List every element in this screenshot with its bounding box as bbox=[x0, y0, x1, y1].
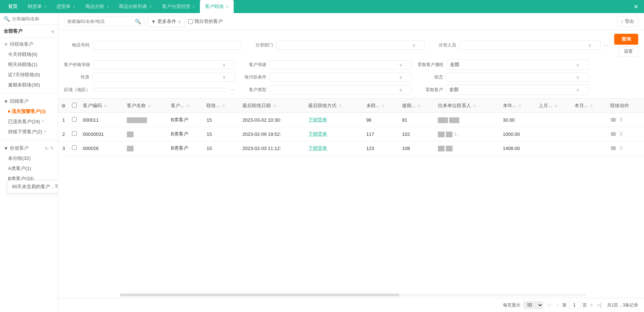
page-number-input[interactable] bbox=[568, 301, 581, 309]
tab-product-analysis-list[interactable]: 商品分析列表 × bbox=[114, 0, 157, 13]
sort-icon-last-month[interactable]: ⇅ bbox=[554, 104, 557, 108]
th-checkbox[interactable] bbox=[69, 99, 80, 113]
tab-home-label: 首页 bbox=[8, 3, 17, 10]
tab-product-analysis[interactable]: 商品分析 × bbox=[80, 0, 114, 13]
filter-select-person[interactable]: ∨ bbox=[459, 41, 600, 50]
sort-icon-code[interactable]: ⇅ bbox=[104, 104, 107, 108]
sort-icon-this-month[interactable]: ⇅ bbox=[590, 104, 593, 108]
sidebar-group-review-title[interactable]: ▼ 回顾客户 bbox=[0, 96, 58, 106]
tab-product-analysis-close[interactable]: × bbox=[106, 4, 109, 9]
contact-icon[interactable]: ☎ bbox=[610, 131, 616, 137]
export-button[interactable]: ↑ 导出 bbox=[617, 16, 639, 27]
sidebar-item-tomorrow[interactable]: 明天待联络(1) bbox=[0, 60, 58, 70]
sort-icon-contact-count[interactable]: ⇅ bbox=[222, 104, 225, 108]
sort-icon-overdue[interactable]: ⇅ bbox=[418, 104, 420, 108]
tab-customer-layer-close[interactable]: × bbox=[193, 4, 195, 9]
scrollbar-thumb[interactable] bbox=[120, 293, 399, 296]
sidebar-item-today[interactable]: 今天待联络(0) bbox=[0, 49, 58, 60]
last-way-link[interactable]: 下销货单 bbox=[308, 117, 327, 122]
sidebar-item-churn-warning[interactable]: 流失预警客户(3) bbox=[0, 106, 58, 117]
tab-product-analysis-list-close[interactable]: × bbox=[149, 4, 152, 9]
row-last-way[interactable]: 下销货单 bbox=[305, 127, 363, 141]
filter-select-status[interactable]: ∨ bbox=[446, 73, 589, 82]
filter-select-price-level[interactable]: ∨ bbox=[93, 60, 235, 69]
tab-customer-layer[interactable]: 客户分层经营 × bbox=[157, 0, 200, 13]
filter-select-customer-type[interactable]: ∨ bbox=[269, 85, 412, 94]
toolbar-search-icon[interactable]: 🔍 bbox=[135, 19, 141, 24]
more-action-icon[interactable]: ⠿ bbox=[619, 145, 623, 151]
tab-purchase[interactable]: 进货单 × bbox=[51, 0, 80, 13]
row-last-way[interactable]: 下销货单 bbox=[305, 113, 363, 127]
th-settings[interactable]: ⚙ bbox=[58, 99, 69, 113]
row-checkbox-cell[interactable] bbox=[69, 127, 80, 141]
tab-home[interactable]: 首页 bbox=[3, 0, 23, 13]
filter-select-retail-attr[interactable]: 全部 ∨ bbox=[447, 60, 589, 70]
row-checkbox[interactable] bbox=[72, 117, 77, 122]
settings-button[interactable]: 设置 bbox=[619, 46, 638, 57]
filter-select-retail-customer[interactable]: 全部 ∨ bbox=[446, 85, 589, 95]
sidebar-collapse-button[interactable]: « bbox=[51, 28, 54, 34]
next-page-button[interactable]: > bbox=[588, 301, 594, 309]
th-type-label: 客户... bbox=[171, 103, 184, 108]
row-last-way[interactable]: 下销货单 bbox=[305, 141, 363, 155]
filter-select-payment[interactable]: ∨ bbox=[269, 73, 412, 82]
filter-select-region[interactable] bbox=[93, 88, 227, 92]
tab-purchase-close[interactable]: × bbox=[73, 4, 75, 9]
sidebar-item-overdue[interactable]: 逾期未联络(30) bbox=[0, 80, 58, 90]
edit-icon[interactable]: ✎ bbox=[50, 146, 54, 151]
sort-icon-person[interactable]: ⇅ bbox=[473, 104, 476, 108]
row-checkbox-cell[interactable] bbox=[69, 113, 80, 127]
sort-icon-last-date[interactable]: ⇅ bbox=[273, 104, 276, 108]
horizontal-scrollbar[interactable] bbox=[120, 293, 586, 296]
filter-field-retail-attr: 零散客户属性 全部 ∨ bbox=[418, 60, 589, 70]
filter-select-nature[interactable]: ∨ bbox=[92, 73, 235, 82]
my-customers-checkbox-label[interactable]: 我分管的客户 bbox=[188, 18, 223, 25]
contact-icon[interactable]: ☎ bbox=[610, 145, 616, 151]
sidebar-item-7days[interactable]: 近7天待联络(0) bbox=[0, 70, 58, 80]
sidebar-group-value-title[interactable]: ▼ 价值客户 ↻ ✎ bbox=[0, 143, 58, 153]
sidebar-root[interactable]: 全部客户 « bbox=[0, 25, 58, 38]
filter-more-region[interactable]: ··· bbox=[230, 86, 235, 93]
filter-field-person: 分管人员 ∨ ··· bbox=[431, 41, 608, 50]
sort-icon-uncontact[interactable]: ⇅ bbox=[382, 104, 385, 108]
sidebar-item-churned[interactable]: 已流失客户(24) ? bbox=[0, 117, 58, 127]
last-way-link[interactable]: 下销货单 bbox=[308, 131, 327, 137]
tab-customer-contact[interactable]: 客户联络 × bbox=[200, 0, 233, 13]
filter-select-dept[interactable]: ∨ bbox=[276, 41, 425, 50]
filter-select-customer-level[interactable]: ∨ bbox=[269, 60, 412, 69]
search-input[interactable] bbox=[67, 19, 133, 24]
last-page-button[interactable]: >| bbox=[596, 301, 603, 309]
tab-sales-close[interactable]: × bbox=[44, 4, 46, 9]
select-all-checkbox[interactable] bbox=[72, 103, 77, 108]
filter-more-person[interactable]: ··· bbox=[604, 42, 608, 49]
sidebar-search-input[interactable] bbox=[12, 16, 58, 21]
sidebar-item-declining[interactable]: 持续下滑客户(2) ? bbox=[0, 127, 58, 137]
sidebar-item-a-class[interactable]: A类客户(1) bbox=[0, 163, 58, 174]
sidebar-item-ungrouped[interactable]: 未分组(32) bbox=[0, 153, 58, 163]
sort-icon-year[interactable]: ⇅ bbox=[518, 104, 521, 108]
my-customers-checkbox[interactable] bbox=[188, 19, 193, 24]
sort-icon-name[interactable]: ⇅ bbox=[148, 104, 151, 108]
row-checkbox-cell[interactable] bbox=[69, 141, 80, 155]
row-checkbox[interactable] bbox=[72, 131, 77, 136]
page-size-select[interactable]: 50 100 200 bbox=[523, 301, 543, 309]
more-conditions-button[interactable]: ▼ 更多条件 ∧ bbox=[147, 16, 185, 27]
tab-sales[interactable]: 销货单 × bbox=[23, 0, 51, 13]
sidebar-group-pending-title[interactable]: ▼ 待联络客户 bbox=[0, 39, 58, 49]
sort-icon-last-way[interactable]: ⇅ bbox=[339, 104, 342, 108]
filter-input-phone[interactable] bbox=[92, 41, 242, 50]
refresh-icon[interactable]: ↻ bbox=[45, 146, 49, 151]
window-close-button[interactable]: ✕ bbox=[631, 2, 641, 12]
prev-page-button[interactable]: < bbox=[555, 301, 560, 309]
scrollbar-area bbox=[58, 292, 644, 298]
last-way-link[interactable]: 下销货单 bbox=[308, 145, 327, 151]
more-action-icon[interactable]: ⠿ bbox=[619, 117, 623, 123]
tab-customer-contact-close[interactable]: × bbox=[226, 4, 228, 9]
contact-icon[interactable]: ☎ bbox=[610, 117, 616, 123]
filter-label-price-level: 客户价格等级 bbox=[64, 62, 90, 68]
query-button[interactable]: 查询 bbox=[614, 34, 638, 45]
more-action-icon[interactable]: ⠿ bbox=[619, 131, 623, 137]
row-checkbox[interactable] bbox=[72, 145, 77, 150]
sort-icon-type[interactable]: ⇅ bbox=[186, 104, 189, 108]
first-page-button[interactable]: |< bbox=[546, 301, 554, 309]
